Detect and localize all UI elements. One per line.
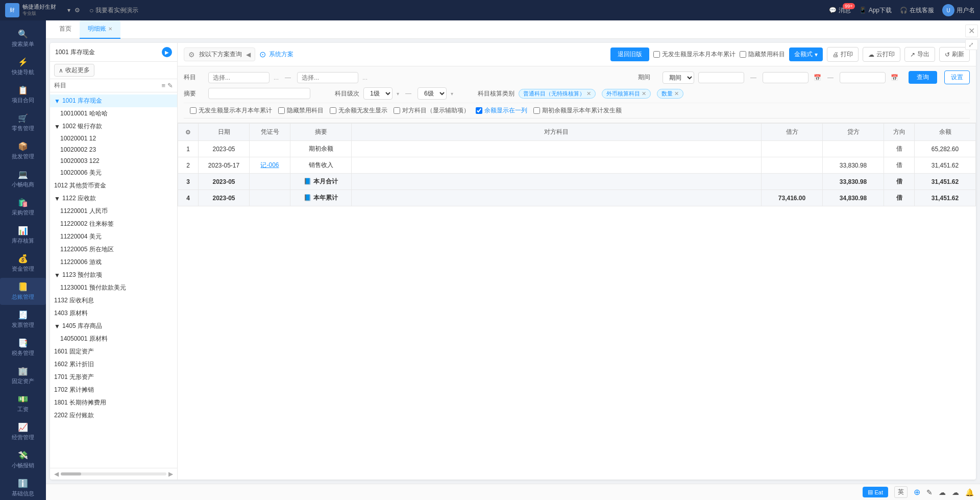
- sidebar-item-expense[interactable]: 💸 小畅报销: [0, 446, 46, 473]
- sidebar-item-invoice[interactable]: 🧾 发票管理: [0, 306, 46, 333]
- sidebar-item-ledger[interactable]: 📒 总账管理: [0, 278, 46, 305]
- amount-format-dropdown[interactable]: 金额式 ▾: [789, 47, 823, 61]
- option-hide-disabled-checkbox[interactable]: [278, 107, 285, 114]
- tree-item-1012[interactable]: 1012 其他货币资金: [50, 179, 177, 192]
- sidebar-item-operations[interactable]: 📈 经营管理: [0, 418, 46, 445]
- period-end-input2[interactable]: 2023-05: [840, 72, 886, 83]
- sidebar-item-wholesale[interactable]: 📦 批发管理: [0, 137, 46, 164]
- tree-item-11220001[interactable]: 11220001 人民币: [50, 205, 177, 218]
- app-download-button[interactable]: 📱 App下载: [859, 6, 892, 15]
- tag-normal-close-icon[interactable]: ✕: [586, 90, 591, 97]
- summary-input[interactable]: [208, 88, 310, 99]
- option-no-balance-checkbox[interactable]: [330, 107, 336, 114]
- account-filter-input[interactable]: [208, 72, 270, 83]
- tree-item-1405[interactable]: ▼ 1405 库存商品: [50, 320, 177, 332]
- tree-item-11220002[interactable]: 11220002 往来标签: [50, 218, 177, 230]
- period-start-input[interactable]: 2023-05: [698, 72, 744, 83]
- option-period-open-checkbox[interactable]: [533, 107, 540, 114]
- tree-item-10020001[interactable]: 10020001 12: [50, 133, 177, 144]
- scheme-label[interactable]: 系统方案: [269, 50, 293, 59]
- row2-voucher[interactable]: 记-006: [250, 157, 290, 174]
- tree-item-11220004[interactable]: 11220004 美元: [50, 230, 177, 243]
- tree-item-10020006[interactable]: 10020006 美元: [50, 166, 177, 179]
- sidebar-item-salary[interactable]: 💵 工资: [0, 390, 46, 417]
- show-aux-checkbox[interactable]: [653, 51, 660, 58]
- sidebar-item-finance[interactable]: 💰 资金管理: [0, 250, 46, 277]
- bottom-bell-icon[interactable]: 🔔: [965, 488, 974, 496]
- scroll-right-icon[interactable]: ▶: [168, 470, 173, 478]
- tag-quantity-close-icon[interactable]: ✕: [674, 90, 679, 97]
- window-dropdown-icon[interactable]: ▾: [67, 7, 70, 14]
- level-to-select[interactable]: 6级: [418, 87, 447, 100]
- tree-item-10020002[interactable]: 10020002 23: [50, 144, 177, 155]
- sidebar-item-contract[interactable]: 📋 项目合同: [0, 81, 46, 108]
- message-button[interactable]: 💬 消息 99+: [829, 6, 851, 15]
- tree-item-1002[interactable]: ▼ 1002 银行存款: [50, 120, 177, 133]
- period-type-select[interactable]: 期间: [663, 72, 694, 84]
- left-collapse-arrow[interactable]: ◀: [246, 51, 251, 58]
- eat-button[interactable]: ▤ Eat: [863, 487, 888, 497]
- back-old-btn[interactable]: 退回旧版: [610, 47, 649, 61]
- tree-item-10010001[interactable]: 10010001 哈哈哈: [50, 107, 177, 120]
- tree-item-1701[interactable]: 1701 无形资产: [50, 371, 177, 384]
- sidebar-item-inventory[interactable]: 📊 库存核算: [0, 222, 46, 249]
- sidebar-item-nav[interactable]: ⚡ 快捷导航: [0, 53, 46, 80]
- option-no-amount-checkbox[interactable]: [190, 107, 197, 114]
- tree-item-1001[interactable]: ▼ 1001 库存现金: [50, 94, 177, 107]
- bottom-edit-icon[interactable]: ✎: [926, 488, 933, 496]
- filter-icon[interactable]: ≡: [161, 82, 165, 89]
- tree-item-14050001[interactable]: 14050001 原材料: [50, 332, 177, 345]
- period-end-input[interactable]: 2023-05: [763, 72, 808, 83]
- tree-item-11220005[interactable]: 11220005 所在地区: [50, 243, 177, 256]
- account-selector[interactable]: 1001 库存现金: [55, 48, 159, 57]
- tree-item-10020003[interactable]: 10020003 122: [50, 155, 177, 166]
- online-service-button[interactable]: 🎧 在线客服: [900, 6, 934, 15]
- sidebar-item-basic[interactable]: ℹ️ 基础信息: [0, 474, 46, 500]
- tree-item-1132[interactable]: 1132 应收利息: [50, 294, 177, 307]
- voucher-link[interactable]: 记-006: [260, 161, 279, 169]
- sidebar-item-tax[interactable]: 📑 税务管理: [0, 334, 46, 361]
- sidebar-item-ecommerce[interactable]: 💻 小畅电商: [0, 165, 46, 193]
- tree-item-11230001[interactable]: 11230001 预付款款美元: [50, 281, 177, 294]
- show-subject-checkbox[interactable]: [740, 51, 746, 58]
- col-settings-header[interactable]: ⚙: [178, 124, 199, 141]
- calendar-start-icon[interactable]: 📅: [814, 74, 821, 81]
- sidebar-item-purchase[interactable]: 🛍️ 采购管理: [0, 194, 46, 221]
- scroll-left-icon[interactable]: ◀: [54, 470, 59, 478]
- tree-item-2202[interactable]: 2202 应付账款: [50, 409, 177, 422]
- bottom-add-icon[interactable]: ⊕: [914, 487, 920, 497]
- account-navigate-btn[interactable]: ▶: [162, 47, 172, 57]
- expand-more-btn[interactable]: ∧ 收起更多: [54, 64, 94, 77]
- export-btn[interactable]: ↗ 导出: [904, 47, 935, 62]
- tree-item-1122[interactable]: ▼ 1122 应收款: [50, 192, 177, 205]
- user-avatar-button[interactable]: U 用户名: [942, 4, 975, 16]
- print-btn[interactable]: 🖨 打印: [827, 47, 859, 62]
- tree-item-1403[interactable]: 1403 原材料: [50, 307, 177, 320]
- bottom-cloud2-icon[interactable]: ☁: [952, 488, 959, 496]
- edit-icon[interactable]: ✎: [167, 82, 173, 89]
- query-settings-icon[interactable]: ⚙: [188, 51, 195, 59]
- demo-link[interactable]: ○ 我要看实例演示: [89, 6, 138, 15]
- panel-maximize-icon[interactable]: ⤢: [965, 43, 976, 50]
- sidebar-item-search[interactable]: 🔍 搜索菜单: [0, 25, 46, 52]
- settings-btn[interactable]: 设置: [944, 70, 970, 84]
- account-filter-input2[interactable]: [297, 72, 358, 83]
- option-counterpart-checkbox[interactable]: [394, 107, 400, 114]
- tree-item-1801[interactable]: 1801 长期待摊费用: [50, 396, 177, 409]
- cloud-print-btn[interactable]: ☁ 云打印: [863, 47, 900, 62]
- sidebar-item-retail[interactable]: 🛒 零售管理: [0, 109, 46, 136]
- tree-item-1602[interactable]: 1602 累计折旧: [50, 358, 177, 371]
- left-panel-scrollbar[interactable]: ◀ ▶: [50, 468, 177, 480]
- option-balance-col-checkbox[interactable]: [476, 107, 482, 114]
- calendar-end-icon[interactable]: 📅: [891, 74, 898, 81]
- tab-home[interactable]: 首页: [51, 20, 80, 39]
- bottom-cloud1-icon[interactable]: ☁: [939, 488, 946, 496]
- sidebar-item-assets[interactable]: 🏢 固定资产: [0, 362, 46, 389]
- level-from-select[interactable]: 1级: [363, 87, 393, 100]
- bottom-lang-btn[interactable]: 英: [894, 486, 908, 498]
- tab-detail-close-icon[interactable]: ✕: [108, 26, 112, 32]
- tree-item-1601[interactable]: 1601 固定资产: [50, 345, 177, 358]
- tree-item-1123[interactable]: ▼ 1123 预付款项: [50, 269, 177, 281]
- settings-gear-icon[interactable]: ⚙: [75, 7, 80, 14]
- tree-item-11220006[interactable]: 11220006 游戏: [50, 256, 177, 269]
